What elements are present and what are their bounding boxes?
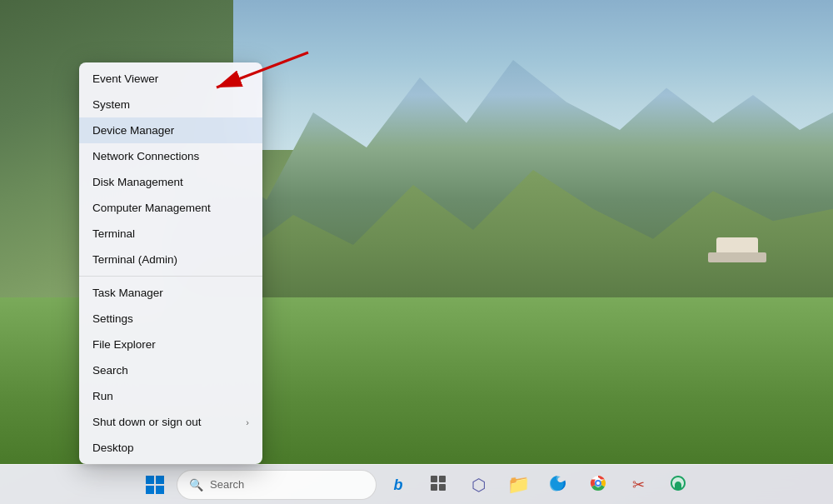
snipping-tool-taskbar-icon[interactable]: ✂	[620, 467, 656, 503]
menu-item-system[interactable]: System	[79, 92, 262, 117]
menu-item-file-explorer[interactable]: File Explorer	[79, 332, 262, 357]
menu-item-disk-management[interactable]: Disk Management	[79, 169, 262, 195]
menu-separator	[79, 276, 262, 277]
search-icon: 🔍	[189, 478, 203, 492]
menu-item-task-manager[interactable]: Task Manager	[79, 280, 262, 306]
context-menu: Event ViewerSystemDevice ManagerNetwork …	[79, 62, 262, 464]
svg-rect-4	[146, 486, 154, 494]
task-view-icon	[430, 475, 446, 494]
file-explorer-taskbar-icon[interactable]: 📁	[500, 467, 536, 503]
windows-logo-icon	[145, 475, 165, 495]
menu-item-label-shut-down: Shut down or sign out	[92, 416, 202, 428]
menu-item-computer-management[interactable]: Computer Management	[79, 195, 262, 221]
menu-item-label-event-viewer: Event Viewer	[92, 72, 158, 85]
teams-taskbar-icon[interactable]: ⬡	[460, 467, 496, 503]
menu-item-label-terminal: Terminal	[92, 227, 135, 240]
menu-item-label-run: Run	[92, 390, 113, 402]
menu-item-label-file-explorer: File Explorer	[92, 338, 156, 351]
snipping-tool-icon: ✂	[632, 477, 645, 492]
menu-item-label-computer-management: Computer Management	[92, 202, 211, 214]
teams-icon: ⬡	[471, 477, 486, 493]
truck	[716, 237, 758, 262]
svg-point-13	[596, 482, 600, 485]
menu-item-label-task-manager: Task Manager	[92, 287, 163, 299]
menu-item-label-disk-management: Disk Management	[92, 176, 183, 188]
svg-rect-3	[156, 476, 164, 484]
menu-item-label-desktop: Desktop	[92, 442, 134, 454]
taskbar: 🔍 Search b ⬡ 📁	[0, 464, 833, 504]
edge-icon	[549, 474, 567, 495]
task-view-button[interactable]	[420, 467, 456, 503]
chrome-icon	[589, 474, 607, 495]
svg-rect-2	[146, 476, 154, 484]
svg-rect-5	[156, 486, 164, 494]
menu-item-settings[interactable]: Settings	[79, 306, 262, 332]
file-explorer-icon: 📁	[507, 476, 530, 494]
menu-item-network-connections[interactable]: Network Connections	[79, 143, 262, 169]
edge-taskbar-icon[interactable]	[540, 467, 576, 503]
bing-icon: b	[394, 477, 403, 492]
edge-canary-taskbar-icon[interactable]	[660, 467, 696, 503]
taskbar-search-label: Search	[210, 478, 244, 491]
edge-canary-icon	[669, 474, 687, 495]
menu-item-arrow-shut-down: ›	[246, 417, 249, 427]
menu-item-label-system: System	[92, 98, 130, 111]
menu-item-search[interactable]: Search	[79, 357, 262, 383]
menu-item-label-terminal-admin: Terminal (Admin)	[92, 253, 177, 266]
menu-item-event-viewer[interactable]: Event Viewer	[79, 66, 262, 92]
bing-taskbar-icon[interactable]: b	[380, 467, 416, 503]
menu-item-terminal-admin[interactable]: Terminal (Admin)	[79, 247, 262, 272]
menu-item-run[interactable]: Run	[79, 383, 262, 409]
menu-item-label-network-connections: Network Connections	[92, 150, 199, 162]
chrome-taskbar-icon[interactable]	[580, 467, 616, 503]
menu-item-device-manager[interactable]: Device Manager	[79, 117, 262, 143]
taskbar-search-box[interactable]: 🔍 Search	[177, 470, 377, 500]
menu-item-label-search: Search	[92, 364, 128, 377]
svg-rect-9	[439, 484, 446, 491]
svg-rect-6	[431, 476, 437, 482]
menu-item-desktop[interactable]: Desktop	[79, 435, 262, 461]
menu-item-label-settings: Settings	[92, 312, 133, 325]
start-button[interactable]	[137, 467, 173, 503]
menu-item-label-device-manager: Device Manager	[92, 124, 174, 137]
svg-rect-8	[431, 484, 437, 491]
menu-item-shut-down[interactable]: Shut down or sign out›	[79, 409, 262, 435]
svg-rect-7	[439, 476, 446, 482]
menu-item-terminal[interactable]: Terminal	[79, 221, 262, 247]
